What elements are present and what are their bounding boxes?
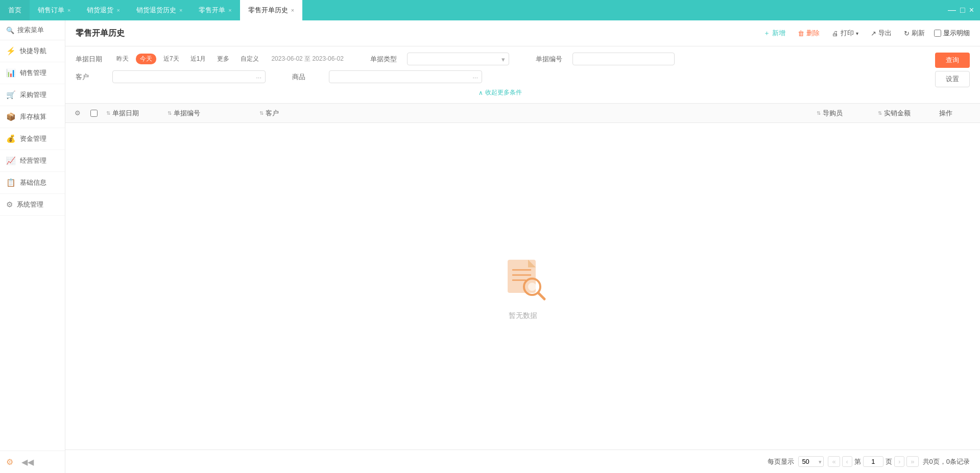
sort-icon-guide: ⇅ [817,110,821,116]
sidebar-item-operations[interactable]: 📈 经营管理 [0,150,65,172]
collapse-icon: ∧ [479,89,483,96]
window-close-icon[interactable]: × [969,6,974,15]
date-opt-1month[interactable]: 近1月 [186,54,210,64]
sys-mgmt-icon: ⚙ [6,200,13,209]
query-button[interactable]: 查询 [935,53,970,68]
sidebar-item-quick-nav[interactable]: ⚡ 快捷导航 [0,40,65,62]
th-number-label: 单据编号 [174,109,200,118]
page-title: 零售开单历史 [76,28,125,39]
sort-icon-date: ⇅ [106,110,110,116]
date-opt-custom[interactable]: 自定义 [236,54,263,64]
column-settings-icon[interactable]: ⚙ [69,109,86,117]
th-amount-label: 实销金额 [884,109,911,118]
refresh-button[interactable]: ↻ 刷新 [901,27,928,40]
display-detail-toggle[interactable]: 显示明细 [934,29,970,38]
table-header: ⚙ ⇅ 单据日期 ⇅ 单据编号 ⇅ 客户 ⇅ 导购员 [65,104,980,123]
sidebar-item-operations-label: 经营管理 [20,156,46,165]
sort-icon-customer: ⇅ [259,110,264,116]
sidebar-item-inventory[interactable]: 📦 库存核算 [0,106,65,128]
table-area: ⚙ ⇅ 单据日期 ⇅ 单据编号 ⇅ 客户 ⇅ 导购员 [65,104,980,450]
minimize-icon[interactable]: — [948,6,956,15]
inventory-icon: 📦 [6,112,16,121]
doc-type-select[interactable] [407,53,509,65]
per-page-select[interactable]: 20 50 100 [798,456,824,467]
sidebar-item-sys-mgmt-label: 系统管理 [17,200,43,209]
customer-ellipsis[interactable]: ··· [256,73,261,81]
tab-sales-order-close[interactable]: × [67,7,70,13]
tab-sales-return-close[interactable]: × [116,7,119,13]
sidebar-item-purchase-mgmt[interactable]: 🛒 采购管理 [0,84,65,106]
th-number[interactable]: ⇅ 单据编号 [163,109,255,118]
export-label: 导出 [878,29,892,38]
date-opt-today[interactable]: 今天 [136,54,156,64]
date-range-value: 2023-06-02 至 2023-06-02 [271,55,343,63]
tab-retail-open-history[interactable]: 零售开单历史 × [240,0,302,20]
prev-page-button[interactable]: ‹ [842,456,852,467]
delete-button[interactable]: 🗑 删除 [795,27,823,40]
tab-retail-open[interactable]: 零售开单 × [190,0,240,20]
print-label: 打印 [841,29,854,38]
display-detail-checkbox[interactable] [934,30,941,37]
first-page-button[interactable]: « [828,456,840,467]
date-opt-more[interactable]: 更多 [213,54,233,64]
settings-button[interactable]: 设置 [935,71,970,87]
add-label: 新增 [772,29,785,38]
empty-state: 暂无数据 [65,123,980,450]
doc-number-input[interactable] [572,53,675,65]
th-date[interactable]: ⇅ 单据日期 [102,109,163,118]
window-controls: — □ × [948,0,980,20]
search-icon: 🔍 [6,27,14,34]
refresh-label: 刷新 [912,29,925,38]
page-nav: « ‹ 第 页 › » [828,456,918,467]
date-opt-7days[interactable]: 近7天 [159,54,183,64]
doc-number-label: 单据编号 [536,55,566,64]
th-guide[interactable]: ⇅ 导购员 [812,109,874,118]
tab-sales-return-history[interactable]: 销货退货历史 × [128,0,190,20]
th-customer[interactable]: ⇅ 客户 [255,109,812,118]
per-page-label: 每页显示 [768,457,794,466]
empty-illustration [497,252,548,303]
customer-input[interactable] [112,70,266,83]
th-action-label: 操作 [939,109,952,118]
query-settings-group: 查询 设置 [935,53,970,87]
sort-icon-amount: ⇅ [878,110,882,116]
th-amount[interactable]: ⇅ 实销金额 [874,109,935,118]
tab-retail-open-history-close[interactable]: × [291,7,294,13]
main-layout: 🔍 搜索菜单 ⚡ 快捷导航 📊 销售管理 🛒 采购管理 📦 库存核算 💰 资金管… [0,20,980,473]
select-all-checkbox[interactable] [90,110,98,117]
last-page-button[interactable]: » [906,456,918,467]
tab-sales-return[interactable]: 销货退货 × [79,0,128,20]
print-button[interactable]: 🖨 打印 ▾ [829,27,862,40]
sidebar-search[interactable]: 🔍 搜索菜单 [0,20,65,40]
tab-home[interactable]: 首页 [0,0,30,20]
tab-retail-open-close[interactable]: × [228,7,231,13]
product-input[interactable] [329,70,482,83]
select-all-checkbox-wrap [86,110,102,117]
sidebar-collapse-icon[interactable]: ◀◀ [21,457,34,467]
sidebar-item-sales-mgmt[interactable]: 📊 销售管理 [0,62,65,84]
add-button[interactable]: ＋ 新增 [760,27,788,40]
doc-type-select-wrap [407,53,509,65]
sort-icon-number: ⇅ [168,110,172,116]
sidebar-settings-icon[interactable]: ⚙ [6,457,13,467]
empty-text: 暂无数据 [509,311,537,320]
maximize-icon[interactable]: □ [960,6,965,15]
tab-sales-return-history-close[interactable]: × [179,7,182,13]
sidebar-item-finance[interactable]: 💰 资金管理 [0,128,65,150]
export-button[interactable]: ↗ 导出 [868,27,895,40]
filter-area: 单据日期 昨天 今天 近7天 近1月 更多 自定义 2023-06-02 至 2… [65,46,980,104]
doc-type-label: 单据类型 [370,55,401,64]
display-detail-label: 显示明细 [943,29,970,38]
content-area: 零售开单历史 ＋ 新增 🗑 删除 🖨 打印 ▾ ↗ 导出 [65,20,980,473]
page-number-input[interactable] [863,456,883,467]
sidebar-item-base-info[interactable]: 📋 基础信息 [0,172,65,194]
top-tab-bar: 首页 销售订单 × 销货退货 × 销货退货历史 × 零售开单 × 零售开单历史 … [0,0,980,20]
print-icon: 🖨 [832,30,839,37]
sidebar-item-sys-mgmt[interactable]: ⚙ 系统管理 [0,194,65,216]
tab-retail-open-history-label: 零售开单历史 [248,6,288,15]
tab-sales-order[interactable]: 销售订单 × [30,0,79,20]
collapse-button[interactable]: ∧ 收起更多条件 [479,88,522,97]
product-ellipsis[interactable]: ··· [472,73,478,81]
next-page-button[interactable]: › [894,456,904,467]
date-opt-yesterday[interactable]: 昨天 [112,54,133,64]
